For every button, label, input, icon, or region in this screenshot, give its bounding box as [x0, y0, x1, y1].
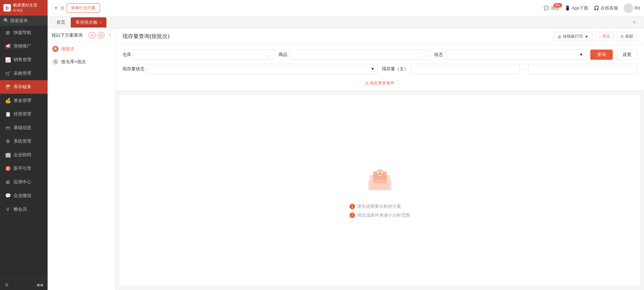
sidebar-item-operation[interactable]: 📋 经营管理	[0, 107, 48, 121]
inventory-status-label: 现存量状态	[122, 66, 145, 72]
basic-icon: 🗃	[5, 125, 11, 131]
sidebar-search[interactable]: 🔍 搜索菜单	[0, 16, 48, 26]
tabs-bar: 首页 库存批次账 × ×	[48, 16, 644, 29]
qty-max-input[interactable]	[528, 64, 637, 74]
system-icon: ⚙	[5, 138, 11, 144]
print-icon: 🖨	[557, 34, 561, 39]
warehouse-dots: …	[266, 52, 271, 57]
sidebar-nav: ⊞ 快捷导航 📢 营销推广 📈 销售管理 🛒 采购管理 📦 库存核算 💰 资金管…	[0, 26, 48, 279]
sidebar-item-system[interactable]: ⚙ 系统管理	[0, 134, 48, 148]
query-btn[interactable]: 查询	[590, 50, 613, 60]
app-download-label: App下载	[572, 5, 588, 11]
product-input[interactable]: …	[289, 50, 430, 60]
inv-status-chevron-icon: ▼	[371, 67, 375, 71]
sidebar-item-guide[interactable]: 🎯 新手引导	[0, 162, 48, 175]
sidebar-label-finance: 资金管理	[14, 97, 31, 104]
sidebar-item-apps[interactable]: ⊞ 应用中心	[0, 175, 48, 189]
sidebar-label-wechat: 企业微信	[14, 193, 31, 199]
sidebar-item-marketing[interactable]: 📢 营销推广	[0, 39, 48, 53]
topbar-gear-icon[interactable]: ⚙	[60, 5, 65, 11]
plan-label-by-batch: 按批次	[61, 46, 74, 52]
sidebar-footer: ⚙ ◀◀	[0, 279, 48, 290]
export-btn[interactable]: ↓ 导出	[595, 32, 614, 41]
settings-plan-btn[interactable]: ⊙	[98, 32, 104, 39]
sidebar-item-quick-nav[interactable]: ⊞ 快捷导航	[0, 26, 48, 39]
sidebar-label-marketing: 营销推广	[14, 43, 31, 49]
online-service-btn[interactable]: 🎧 在线客服	[594, 5, 618, 11]
export-icon: ↓	[599, 34, 601, 39]
app-download-icon: 📱	[565, 5, 570, 11]
qty-label: 现存量（主）	[382, 66, 408, 72]
plan-item-by-warehouse-batch[interactable]: 仓 按仓库+批次	[48, 55, 115, 68]
sidebar-item-inventory[interactable]: 📦 库存核算	[0, 80, 48, 94]
topbar-right: 💬 消息 99+ 📱 App下载 🎧 在线客服 Rit	[544, 3, 640, 13]
left-panel: 按以下方案查询 + ⊙ 《 批 按批次 仓 按仓库+批次	[48, 29, 116, 290]
collapse-sidebar-icon[interactable]: ◀◀	[36, 282, 43, 287]
page-header-actions: 🖨 按模板打印 ▼ ↓ 导出 ↻ 刷新	[554, 32, 637, 41]
filter-group-qty: 现存量（主） —	[382, 64, 637, 74]
sidebar-label-purchase: 采购管理	[14, 70, 31, 76]
export-label: 导出	[602, 34, 610, 39]
print-btn[interactable]: 🖨 按模板打印 ▼	[554, 32, 592, 41]
plan-icon-gray: 仓	[52, 59, 58, 65]
sidebar-item-purchase[interactable]: 🛒 采购管理	[0, 67, 48, 80]
tip2-number: 2	[350, 213, 355, 218]
sidebar-label-guide: 新手引导	[14, 165, 31, 171]
warehouse-input[interactable]: …	[133, 50, 274, 60]
add-plan-btn[interactable]: +	[89, 32, 96, 39]
search-label: 搜索菜单	[10, 18, 28, 24]
sidebar-label-basic: 基础信息	[14, 125, 31, 131]
tip2-text: 用过滤条件来缩小分析范围	[357, 211, 410, 220]
messages-btn[interactable]: 💬 消息 99+	[544, 5, 559, 11]
sidebar-item-basic[interactable]: 🗃 基础信息	[0, 121, 48, 134]
collapse-filter-btn[interactable]: ⋀ 收起更多条件	[122, 78, 637, 86]
close-all-btn[interactable]: ×	[629, 19, 640, 25]
topbar-dropdown-icon[interactable]: ▼	[54, 5, 58, 11]
sidebar-item-enterprise[interactable]: 🏢 企业协同	[0, 148, 48, 162]
print-dropdown-icon: ▼	[584, 34, 589, 39]
user-name: Rit	[634, 5, 640, 11]
sidebar-label-operation: 经营管理	[14, 111, 31, 117]
sidebar-label-vip: 畅会员	[14, 206, 27, 212]
svg-rect-5	[368, 180, 392, 190]
filter-area: 仓库 … 商品 … 状态	[116, 45, 644, 91]
sidebar-item-vip[interactable]: V 畅会员	[0, 202, 48, 216]
warehouse-label: 仓库	[122, 52, 131, 58]
quick-nav-icon: ⊞	[5, 30, 11, 36]
status-select[interactable]: ▼	[445, 50, 586, 60]
filter-group-inv-status: 现存量状态 ▼	[122, 64, 378, 74]
qty-min-input[interactable]	[410, 64, 520, 74]
plan-label-by-warehouse-batch: 按仓库+批次	[61, 59, 86, 65]
page-title: 现存量查询(按批次)	[122, 33, 170, 40]
tab-close-icon[interactable]: ×	[100, 20, 102, 24]
inventory-status-select[interactable]: ▼	[147, 64, 378, 74]
plan-item-by-batch[interactable]: 批 按批次	[48, 42, 115, 55]
settings-footer-icon[interactable]: ⚙	[5, 282, 9, 287]
refresh-label: 刷新	[625, 34, 633, 39]
app-download-btn[interactable]: 📱 App下载	[565, 5, 588, 11]
sidebar-item-finance[interactable]: 💰 资金管理	[0, 94, 48, 107]
page-header: 现存量查询(按批次) 🖨 按模板打印 ▼ ↓ 导出 ↻ 刷新	[116, 29, 644, 45]
operation-icon: 📋	[5, 111, 11, 117]
collapse-up-icon: ⋀	[365, 81, 369, 86]
sales-icon: 📈	[5, 57, 11, 63]
empty-tips: 1 请先选择要分析的方案 2 用过滤条件来缩小分析范围	[350, 202, 410, 220]
tab-inventory-batch[interactable]: 库存批次账 ×	[71, 17, 106, 28]
app-name: 畅康通好生意	[13, 3, 37, 8]
empty-svg	[363, 161, 397, 195]
purchase-icon: 🛒	[5, 70, 11, 76]
app-logo: b	[3, 4, 11, 12]
settings-btn[interactable]: 设置	[617, 50, 637, 60]
user-menu[interactable]: Rit	[624, 3, 640, 13]
status-chevron-icon: ▼	[579, 52, 583, 57]
collapse-panel-btn[interactable]: 《	[106, 32, 111, 38]
tab-home[interactable]: 首页	[52, 17, 70, 28]
experience-btn[interactable]: 体验行业方案	[67, 3, 100, 13]
app-version: 标准版	[13, 8, 37, 13]
print-label: 按模板打印	[563, 34, 583, 39]
svg-point-4	[381, 171, 383, 174]
refresh-btn[interactable]: ↻ 刷新	[617, 32, 637, 41]
sidebar-item-wechat[interactable]: 💬 企业微信	[0, 189, 48, 202]
vip-icon: V	[5, 206, 11, 212]
sidebar-item-sales[interactable]: 📈 销售管理	[0, 53, 48, 67]
